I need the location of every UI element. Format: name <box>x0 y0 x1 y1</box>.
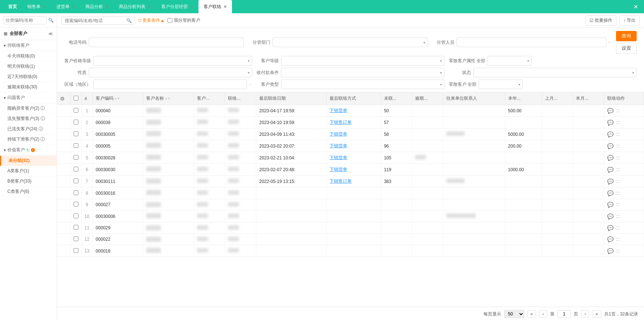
chat-icon[interactable]: 💬 <box>607 131 613 137</box>
my-customers-checkbox-label[interactable]: 我分管的客户 <box>168 17 200 24</box>
more-actions-icon[interactable]: ∷ <box>616 236 620 242</box>
nav-tab-product-analysis-list[interactable]: 商品分析列表 ✕ <box>114 0 156 13</box>
sidebar-search-icon[interactable]: 🔍 <box>48 18 54 23</box>
filter-search-icon[interactable]: 🔍 <box>126 18 132 23</box>
name-col-header[interactable]: 客户名称▲▼ <box>143 92 194 105</box>
row-checkbox[interactable] <box>74 236 78 241</box>
export-button[interactable]: ↑ 导出 <box>619 15 640 25</box>
filter-retail-attr-select[interactable]: ▾ <box>488 56 532 66</box>
nav-tab-sales[interactable]: 销售单 ✕ <box>22 0 51 13</box>
more-actions-icon[interactable]: ∷ <box>616 202 620 208</box>
filter-manager-more-icon[interactable]: ··· <box>608 40 612 45</box>
page-number-input[interactable] <box>557 310 571 318</box>
close-sales-icon[interactable]: ✕ <box>43 4 46 9</box>
last-page-button[interactable]: » <box>592 310 601 318</box>
nav-tab-customer-contact[interactable]: 客户联络 ✕ <box>198 0 232 13</box>
sidebar-item-declining[interactable]: 持续下滑客户(2) ⓘ <box>0 134 57 145</box>
table-settings-icon[interactable]: ⚙ <box>60 96 65 102</box>
close-purchase-icon[interactable]: ✕ <box>72 4 75 9</box>
more-conditions-btn[interactable]: ▽ 更多条件 ▲ <box>138 17 165 24</box>
type-col-header[interactable]: 客户... <box>194 92 225 105</box>
sidebar-item-churn-warning[interactable]: 流失预警客户(3) ⓘ <box>0 114 57 124</box>
batch-operation-button[interactable]: ☑ 批量操作 <box>585 15 616 25</box>
filter-customer-type-select[interactable]: ▾ <box>281 80 444 89</box>
chat-icon[interactable]: 💬 <box>607 202 613 208</box>
sidebar-search-input[interactable] <box>3 16 47 24</box>
row-checkbox[interactable] <box>74 202 78 207</box>
row-checkbox[interactable] <box>74 167 78 172</box>
sidebar-item-c-class[interactable]: C类客户(6) <box>0 187 57 197</box>
chat-icon[interactable]: 💬 <box>607 143 613 149</box>
row-last-contact-method[interactable]: 下销货单 <box>327 105 381 117</box>
filter-phone-input[interactable] <box>89 38 244 47</box>
more-actions-icon[interactable]: ∷ <box>616 179 620 184</box>
row-last-contact-method[interactable]: 下销售订单 <box>327 117 381 128</box>
more-actions-icon[interactable]: ∷ <box>616 214 620 219</box>
next-page-button[interactable]: › <box>581 310 589 318</box>
row-last-contact-method[interactable]: 下销货单 <box>327 128 381 140</box>
last-contact-method-col-header[interactable]: 最后联络方式 <box>327 92 381 105</box>
filter-payment-select[interactable]: ▾ <box>281 68 444 77</box>
first-page-button[interactable]: « <box>527 310 536 318</box>
more-actions-icon[interactable]: ∷ <box>616 143 620 149</box>
row-last-contact-method[interactable]: 下销货单 <box>327 164 381 176</box>
row-last-contact-method[interactable] <box>327 211 381 222</box>
this-month-col-header[interactable]: 本月... <box>573 92 604 105</box>
sidebar-group-value[interactable]: ▾ 价值客户 ↻ ! <box>0 145 57 156</box>
collapse-sidebar-icon[interactable]: ≪ <box>48 31 53 36</box>
sidebar-group-problem[interactable]: ▾ 问题客户 <box>0 92 57 103</box>
chat-icon[interactable]: 💬 <box>607 190 613 196</box>
chat-icon[interactable]: 💬 <box>607 236 613 242</box>
uncontacted-col-header[interactable]: 未联... <box>381 92 412 105</box>
prev-page-button[interactable]: ‹ <box>539 310 547 318</box>
refresh-icon[interactable]: ↻ <box>26 148 30 153</box>
chat-icon[interactable]: 💬 <box>607 179 613 184</box>
nav-tab-purchase[interactable]: 进货单 ✕ <box>51 0 80 13</box>
more-actions-icon[interactable]: ∷ <box>616 155 620 161</box>
sidebar-item-7days[interactable]: 近7天待联络(0) <box>0 72 57 82</box>
row-checkbox[interactable] <box>74 190 78 195</box>
sidebar-item-b-class[interactable]: B类客户(33) <box>0 176 57 187</box>
page-size-select[interactable]: 20 50 100 <box>504 310 524 318</box>
filter-region-more-icon[interactable]: ··· <box>249 82 252 87</box>
more-actions-icon[interactable]: ∷ <box>616 248 620 254</box>
overdue-col-header[interactable]: 逾期... <box>412 92 443 105</box>
row-last-contact-method[interactable] <box>327 234 381 245</box>
code-col-header[interactable]: 客户编码▲▼ <box>92 92 143 105</box>
row-checkbox[interactable] <box>74 248 78 253</box>
chat-icon[interactable]: 💬 <box>607 248 613 254</box>
more-actions-icon[interactable]: ∷ <box>616 120 620 126</box>
filter-dept-select[interactable]: ▾ <box>272 38 427 47</box>
sidebar-all-customers[interactable]: ⊞ 全部客户 ≪ <box>0 28 57 40</box>
row-checkbox[interactable] <box>74 108 78 113</box>
row-last-contact-method[interactable] <box>327 187 381 199</box>
filter-region-input[interactable] <box>93 80 247 89</box>
nav-tab-product-analysis[interactable]: 商品分析 ✕ <box>80 0 114 13</box>
window-close-button[interactable]: ✕ <box>630 3 641 10</box>
row-checkbox[interactable] <box>74 131 78 136</box>
chat-icon[interactable]: 💬 <box>607 225 613 231</box>
close-product-analysis-list-icon[interactable]: ✕ <box>148 4 151 9</box>
sidebar-item-tomorrow[interactable]: 明天待联络(1) <box>0 61 57 72</box>
chat-icon[interactable]: 💬 <box>607 155 613 161</box>
sidebar-item-churned[interactable]: 已流失客户(24) ⓘ <box>0 124 57 134</box>
filter-status-select[interactable]: ▾ <box>473 68 637 77</box>
row-last-contact-method[interactable] <box>327 222 381 234</box>
row-checkbox[interactable] <box>74 214 78 218</box>
close-customer-contact-icon[interactable]: ✕ <box>224 4 227 9</box>
row-checkbox[interactable] <box>74 120 78 124</box>
sidebar-item-today[interactable]: 今天待联络(0) <box>0 51 57 61</box>
more-actions-icon[interactable]: ∷ <box>616 131 620 137</box>
filter-manager-input[interactable] <box>457 38 606 47</box>
row-checkbox[interactable] <box>74 143 78 148</box>
last-month-col-header[interactable]: 上月... <box>542 92 573 105</box>
row-checkbox[interactable] <box>74 155 78 160</box>
row-last-contact-method[interactable]: 下销货单 <box>327 140 381 152</box>
close-customer-segment-icon[interactable]: ✕ <box>190 4 193 9</box>
nav-tab-home[interactable]: 首页 <box>3 0 22 13</box>
sidebar-item-overdue[interactable]: 逾期未联络(30) <box>0 82 57 92</box>
row-last-contact-method[interactable]: 下销售订单 <box>327 176 381 187</box>
more-actions-icon[interactable]: ∷ <box>616 167 620 173</box>
row-last-contact-method[interactable]: 下销货单 <box>327 152 381 164</box>
chat-icon[interactable]: 💬 <box>607 214 613 219</box>
